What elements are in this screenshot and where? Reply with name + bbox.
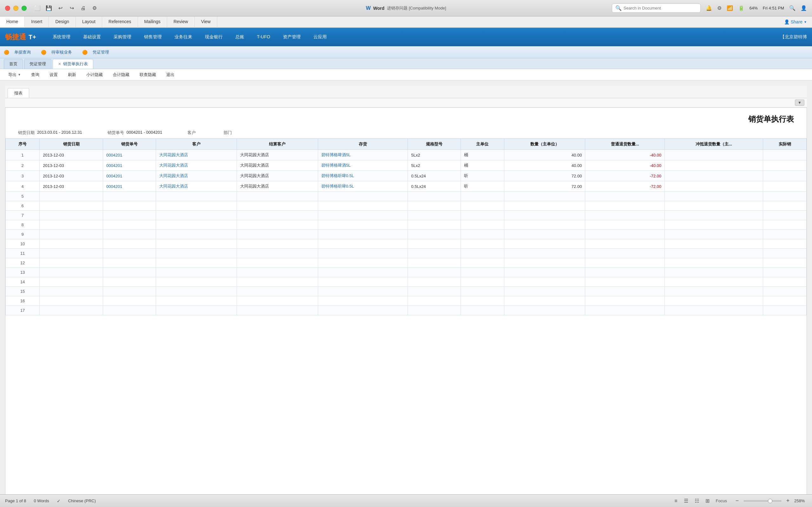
col-offset: 冲抵退货数量（主... xyxy=(665,139,763,150)
tab-home-page[interactable]: 首页 xyxy=(4,59,23,69)
account-icon[interactable]: 👤 xyxy=(801,5,807,11)
nav-business[interactable]: 业务往来 xyxy=(168,32,199,43)
search-input[interactable] xyxy=(623,6,697,10)
nav-ledger[interactable]: 总账 xyxy=(229,32,251,43)
single-query-btn[interactable]: 单据查询 xyxy=(10,48,35,56)
cell-offset-4 xyxy=(665,181,763,192)
table-row: 1 2013-12-03 0004201 大同花园大酒店 大同花园大酒店 碧特博… xyxy=(6,150,807,160)
refresh-button[interactable]: 刷新 xyxy=(63,71,81,79)
tab-home[interactable]: Home xyxy=(0,16,25,27)
view-read-icon[interactable]: ⊞ xyxy=(705,498,710,504)
cell-order-4[interactable]: 0004201 xyxy=(103,181,156,192)
cell-qty-4: 72.00 xyxy=(504,181,585,192)
cell-seq-16: 16 xyxy=(6,296,40,306)
maximize-window-button[interactable] xyxy=(21,6,27,11)
cell-customer-3[interactable]: 大同花园大酒店 xyxy=(156,171,237,181)
search-box[interactable]: 🔍 xyxy=(612,3,701,13)
zoom-in-button[interactable]: + xyxy=(784,497,792,505)
sidebar-toggle-button[interactable]: ⬜ xyxy=(32,3,43,13)
cell-billing-4: 大同花园大酒店 xyxy=(237,181,318,192)
table-row: 11 xyxy=(6,249,807,258)
cell-order-3[interactable]: 0004201 xyxy=(103,171,156,181)
redo-button[interactable]: ↪ xyxy=(66,3,78,13)
cell-spec-3: 0.5Lx24 xyxy=(408,171,461,181)
settings-button[interactable]: 设置 xyxy=(45,71,62,79)
tab-review[interactable]: Review xyxy=(167,16,195,27)
nav-cloud[interactable]: 云应用 xyxy=(307,32,333,43)
cell-inventory-3[interactable]: 碧特博格听啤0.5L xyxy=(318,171,408,181)
collapse-icon: ▼ xyxy=(798,101,802,105)
spotlight-icon[interactable]: 🔍 xyxy=(789,5,796,11)
app-name: Word xyxy=(373,6,385,11)
subtotal-hide-button[interactable]: 小计隐藏 xyxy=(82,71,107,79)
wifi-icon[interactable]: 📶 xyxy=(727,5,733,11)
cell-inventory-2[interactable]: 碧特博格啤酒5L xyxy=(318,160,408,171)
cell-order-2[interactable]: 0004201 xyxy=(103,160,156,171)
share-dropdown-icon[interactable]: ▼ xyxy=(804,20,807,24)
doc-title: 进销存问题 [Compatibility Mode] xyxy=(387,5,446,11)
view-normal-icon[interactable]: ≡ xyxy=(674,498,677,504)
linked-hide-button[interactable]: 联查隐藏 xyxy=(135,71,160,79)
view-list-icon[interactable]: ☷ xyxy=(695,498,699,504)
save-button[interactable]: 💾 xyxy=(43,3,55,13)
tab-references[interactable]: References xyxy=(102,16,138,27)
report-tab-main[interactable]: 报表 xyxy=(8,88,29,98)
table-row: 13 xyxy=(6,268,807,277)
query-button[interactable]: 查询 xyxy=(27,71,44,79)
zoom-slider[interactable] xyxy=(744,500,781,502)
minimize-window-button[interactable] xyxy=(13,6,18,11)
cell-inventory-4[interactable]: 碧特博格听啤0.5L xyxy=(318,181,408,192)
nav-tufo[interactable]: T-UFO xyxy=(251,32,276,43)
view-outline-icon[interactable]: ☰ xyxy=(684,498,688,504)
nav-basic[interactable]: 基础设置 xyxy=(77,32,107,43)
notification-icon[interactable]: 🔔 xyxy=(706,5,712,11)
pending-review-btn[interactable]: 待审核业务 xyxy=(48,48,76,56)
customize-button[interactable]: ⚙ xyxy=(89,3,100,13)
cell-spec-4: 0.5Lx24 xyxy=(408,181,461,192)
table-row: 8 xyxy=(6,220,807,230)
control-center-icon[interactable]: ⚙ xyxy=(717,5,722,11)
nav-assets[interactable]: 资产管理 xyxy=(276,32,307,43)
share-area[interactable]: 👤 Share ▼ xyxy=(779,16,812,27)
cell-inventory-1[interactable]: 碧特博格啤酒5L xyxy=(318,150,408,160)
tab-mailings[interactable]: Mailings xyxy=(138,16,167,27)
titlebar-right: 🔍 🔔 ⚙ 📶 🔋 64% Fri 4:51 PM 🔍 👤 xyxy=(612,3,807,13)
export-button[interactable]: 导出 ▼ xyxy=(4,71,26,79)
nav-sales[interactable]: 销售管理 xyxy=(138,32,168,43)
cell-seq-13: 13 xyxy=(6,268,40,277)
spell-check-icon[interactable]: ✓ xyxy=(57,498,61,504)
filter-order-label: 销货单号 xyxy=(107,130,124,135)
nav-purchase[interactable]: 采购管理 xyxy=(107,32,138,43)
zoom-out-button[interactable]: − xyxy=(733,497,741,505)
filter-customer: 客户 xyxy=(188,130,198,135)
cell-customer-1[interactable]: 大同花园大酒店 xyxy=(156,150,237,160)
zoom-controls: − + 258% xyxy=(733,497,807,505)
export-dropdown-icon: ▼ xyxy=(18,73,21,76)
nav-system[interactable]: 系统管理 xyxy=(46,32,77,43)
tab-sales-execution[interactable]: ✕ 销货单执行表 xyxy=(53,59,93,69)
cell-offset-2 xyxy=(665,160,763,171)
tab-view[interactable]: View xyxy=(195,16,217,27)
voucher-icon: 🟠 xyxy=(82,50,88,55)
tab-layout[interactable]: Layout xyxy=(76,16,102,27)
total-hide-button[interactable]: 合计隐藏 xyxy=(108,71,134,79)
cell-order-1[interactable]: 0004201 xyxy=(103,150,156,160)
undo-button[interactable]: ↩ xyxy=(55,3,66,13)
cell-seq-10: 10 xyxy=(6,239,40,249)
tab-design[interactable]: Design xyxy=(49,16,76,27)
voucher-manage-btn[interactable]: 凭证管理 xyxy=(89,48,113,56)
nav-cash[interactable]: 现金银行 xyxy=(199,32,229,43)
collapse-button[interactable]: ▼ xyxy=(795,100,804,106)
tab-voucher-manage[interactable]: 凭证管理 xyxy=(24,59,51,69)
focus-button[interactable]: Focus xyxy=(716,498,727,503)
cell-seq-17: 17 xyxy=(6,306,40,315)
zoom-slider-thumb[interactable] xyxy=(768,499,772,503)
cell-return-4: -72.00 xyxy=(585,181,665,192)
cell-customer-2[interactable]: 大同花园大酒店 xyxy=(156,160,237,171)
cell-actual-4 xyxy=(763,181,807,192)
close-window-button[interactable] xyxy=(5,6,10,11)
exit-button[interactable]: 退出 xyxy=(162,71,179,79)
cell-customer-4[interactable]: 大同花园大酒店 xyxy=(156,181,237,192)
tab-insert[interactable]: Insert xyxy=(25,16,49,27)
print-button[interactable]: 🖨 xyxy=(78,3,89,13)
